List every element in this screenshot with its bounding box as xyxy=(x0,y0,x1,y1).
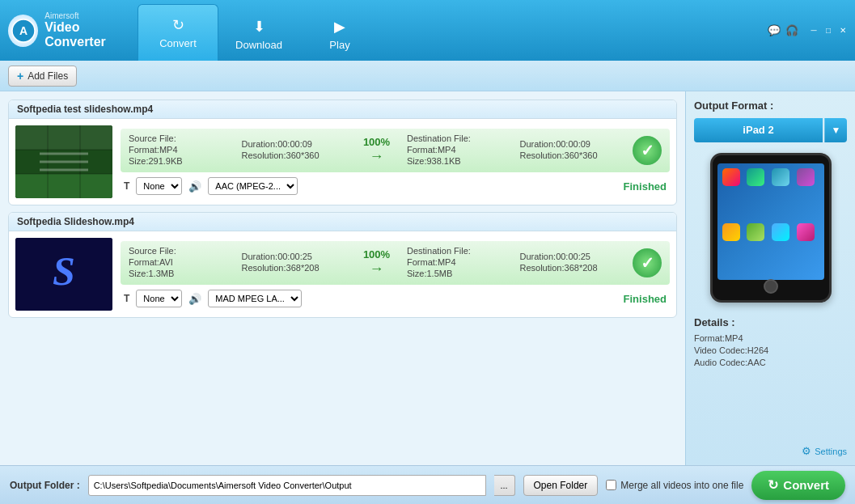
folder-browse-button[interactable]: ... xyxy=(494,475,515,496)
format-select-button[interactable]: iPad 2 xyxy=(694,118,823,142)
app-icon-2 xyxy=(747,168,764,186)
source-resolution-1: Resolution:360*360 xyxy=(242,150,347,160)
plus-icon: + xyxy=(17,70,23,83)
source-label-2: Source File: xyxy=(129,246,234,256)
audio-select-1[interactable]: AAC (MPEG-2... xyxy=(208,177,298,195)
app-icon-7 xyxy=(772,223,789,241)
main-content: Softpedia test slideshow.mp4 xyxy=(0,91,855,465)
file-name-2: Softpedia Slideshow.mp4 xyxy=(17,216,134,227)
app-icon-4 xyxy=(797,168,815,186)
subtitle-icon-1: T xyxy=(124,180,129,192)
device-home-button xyxy=(764,279,778,294)
dest-info-1: Destination File: Format:MP4 Size:938.1K… xyxy=(407,133,512,167)
source-info-2: Source File: Format:AVI Size:1.3MB xyxy=(129,246,234,280)
convert-label: Convert xyxy=(783,478,829,492)
settings-link[interactable]: ⚙ Settings xyxy=(694,445,847,457)
bottom-bar: Output Folder : ... Open Folder Merge al… xyxy=(0,465,855,504)
subtitle-select-2[interactable]: None xyxy=(136,290,182,307)
svg-text:S: S xyxy=(53,248,75,294)
download-tab-label: Download xyxy=(235,39,282,51)
output-folder-label: Output Folder : xyxy=(10,480,80,491)
convert-button[interactable]: ↻ Convert xyxy=(751,471,845,500)
dest-info-2: Destination File: Format:MP4 Size:1.5MB xyxy=(407,246,512,280)
audio-select-2[interactable]: MAD MPEG LA... xyxy=(208,290,302,307)
check-circle-2: ✓ xyxy=(633,248,662,277)
details-label: Details : xyxy=(694,316,847,328)
folder-path-input[interactable] xyxy=(88,475,486,496)
app-logo-icon: A xyxy=(8,15,38,47)
audio-icon-1: 🔊 xyxy=(188,180,201,193)
file-item-2: Softpedia Slideshow.mp4 S Source File: F… xyxy=(8,212,677,318)
app-icon-8 xyxy=(797,223,815,241)
subtitle-select-1[interactable]: None xyxy=(136,177,182,195)
file-info-row-1: Source File: Format:MP4 Size:291.9KB Dur… xyxy=(121,129,670,172)
merge-label: Merge all videos into one file xyxy=(606,480,743,491)
format-select-row: iPad 2 ▼ xyxy=(694,118,847,142)
check-circle-1: ✓ xyxy=(633,136,662,165)
dest-duration-1: Duration:00:00:09 xyxy=(520,139,625,149)
finished-badge-1: Finished xyxy=(624,180,667,193)
dest-format-2: Format:MP4 xyxy=(407,257,512,267)
format-dropdown-button[interactable]: ▼ xyxy=(824,118,847,142)
convert-tab-icon: ↻ xyxy=(172,16,184,34)
device-preview-container xyxy=(694,149,847,307)
source-duration-1: Duration:00:00:09 xyxy=(242,139,347,149)
dest-label-1: Destination File: xyxy=(407,133,512,143)
app-brand: Aimersoft xyxy=(44,11,138,20)
progress-pct-2: 100% xyxy=(363,248,390,260)
device-screen xyxy=(717,163,824,280)
app-icon-6 xyxy=(747,223,764,241)
tab-play[interactable]: ▶ Play xyxy=(299,8,380,61)
title-bar: A Aimersoft Video Converter ↻ Convert ⬇ … xyxy=(0,0,855,61)
nav-tabs: ↻ Convert ⬇ Download ▶ Play xyxy=(138,0,380,61)
detail-video-codec: Video Codec:H264 xyxy=(694,345,847,355)
tab-download[interactable]: ⬇ Download xyxy=(218,8,299,61)
open-folder-button[interactable]: Open Folder xyxy=(523,475,599,496)
window-controls: 💬 🎧 ─ □ ✕ xyxy=(768,24,855,36)
source-label-1: Source File: xyxy=(129,133,234,143)
right-panel: Output Format : iPad 2 ▼ D xyxy=(685,91,855,465)
source-size-1: Size:291.9KB xyxy=(129,156,234,166)
close-button[interactable]: ✕ xyxy=(837,25,849,36)
ipad-preview xyxy=(710,153,832,303)
details-section: Details : Format:MP4 Video Codec:H264 Au… xyxy=(694,316,847,370)
dest-resolution-2: Resolution:368*208 xyxy=(520,263,625,273)
source-duration-2: Duration:00:00:25 xyxy=(242,252,347,261)
convert-tab-label: Convert xyxy=(159,37,197,49)
detail-audio-codec: Audio Codec:AAC xyxy=(694,358,847,367)
source-time-2: Duration:00:00:25 Resolution:368*208 xyxy=(242,252,347,274)
restore-button[interactable]: □ xyxy=(823,25,834,36)
dest-time-2: Duration:00:00:25 Resolution:368*208 xyxy=(520,252,625,274)
dest-time-1: Duration:00:00:09 Resolution:360*360 xyxy=(520,139,625,162)
minimize-button[interactable]: ─ xyxy=(808,25,819,36)
merge-label-text: Merge all videos into one file xyxy=(620,480,743,491)
app-icon-5 xyxy=(722,223,740,241)
finished-badge-2: Finished xyxy=(624,293,667,305)
file-list: Softpedia test slideshow.mp4 xyxy=(0,91,685,465)
file-header-1: Softpedia test slideshow.mp4 xyxy=(9,100,676,119)
app-icon-1 xyxy=(722,168,740,186)
dest-label-2: Destination File: xyxy=(407,246,512,256)
svg-rect-3 xyxy=(15,125,112,150)
download-tab-icon: ⬇ xyxy=(253,18,265,36)
source-info-1: Source File: Format:MP4 Size:291.9KB xyxy=(129,133,234,167)
dest-format-1: Format:MP4 xyxy=(407,145,512,155)
detail-format: Format:MP4 xyxy=(694,333,847,343)
source-format-1: Format:MP4 xyxy=(129,145,234,155)
file-info-2: Source File: Format:AVI Size:1.3MB Durat… xyxy=(121,241,670,307)
output-format-label: Output Format : xyxy=(694,100,847,112)
gear-icon: ⚙ xyxy=(802,445,811,457)
app-logo: A Aimersoft Video Converter xyxy=(0,11,138,49)
tab-convert[interactable]: ↻ Convert xyxy=(138,4,218,61)
dest-size-1: Size:938.1KB xyxy=(407,156,512,166)
dest-resolution-1: Resolution:360*360 xyxy=(520,150,625,160)
audio-icon-2: 🔊 xyxy=(188,293,201,305)
headset-icon: 🎧 xyxy=(785,24,798,36)
file-body-1: Source File: Format:MP4 Size:291.9KB Dur… xyxy=(9,119,676,205)
dest-duration-2: Duration:00:00:25 xyxy=(520,252,625,261)
svg-rect-4 xyxy=(15,150,112,174)
file-controls-1: T None 🔊 AAC (MPEG-2... Finished xyxy=(121,177,670,195)
merge-checkbox[interactable] xyxy=(606,480,616,490)
file-thumbnail-1 xyxy=(15,125,112,198)
add-files-button[interactable]: + Add Files xyxy=(8,66,77,87)
